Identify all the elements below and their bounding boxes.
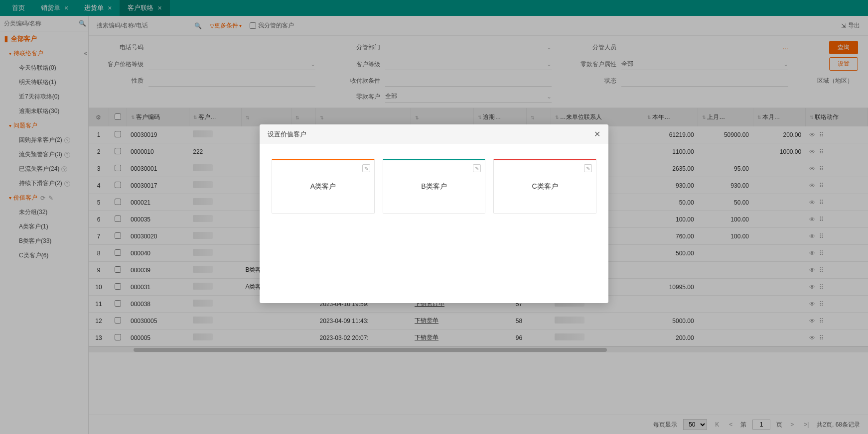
card-label: B类客户 xyxy=(421,182,446,191)
edit-icon[interactable]: ✎ xyxy=(584,164,592,172)
value-card-a[interactable]: ✎A类客户 xyxy=(272,159,375,214)
modal-title: 设置价值客户 xyxy=(268,130,306,139)
value-card-b[interactable]: ✎B类客户 xyxy=(383,159,486,214)
edit-icon[interactable]: ✎ xyxy=(362,164,370,172)
value-customer-modal: 设置价值客户 ✕ ✎A类客户✎B类客户✎C类客户 xyxy=(260,124,608,303)
modal-body: ✎A类客户✎B类客户✎C类客户 xyxy=(260,144,608,303)
value-card-c[interactable]: ✎C类客户 xyxy=(493,159,596,214)
card-label: A类客户 xyxy=(310,182,336,191)
close-icon[interactable]: ✕ xyxy=(594,129,600,139)
card-label: C类客户 xyxy=(532,182,558,191)
edit-icon[interactable]: ✎ xyxy=(473,164,481,172)
modal-overlay[interactable]: 设置价值客户 ✕ ✎A类客户✎B类客户✎C类客户 xyxy=(0,0,868,434)
modal-header: 设置价值客户 ✕ xyxy=(260,124,608,144)
